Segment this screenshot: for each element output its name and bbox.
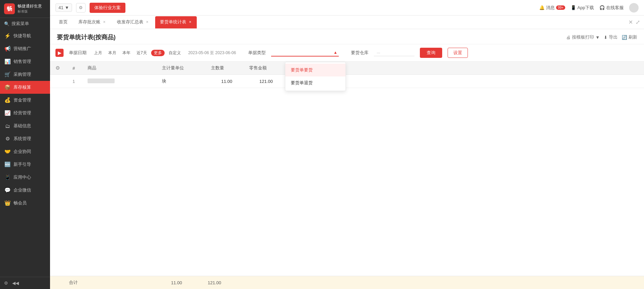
sidebar-item-wechat[interactable]: 💬 企业微信: [0, 184, 50, 197]
sidebar-item-sales[interactable]: 📊 销售管理: [0, 55, 50, 68]
date-filter-label: 单据日期: [69, 50, 87, 56]
fold-sidebar-btn[interactable]: ◀◀: [12, 281, 19, 286]
notifications-btn[interactable]: 🔔 消息 99+: [539, 5, 565, 11]
table-row: 1 块 11.00 121.00: [50, 75, 644, 88]
tab-order-summary-close[interactable]: ×: [188, 20, 192, 24]
tab-order-summary[interactable]: 要货单统计表 ×: [155, 16, 197, 28]
sidebar: 畅 畅捷通好生意 标准版 🔍 搜索菜单 ⚡ 快捷导航 📢 营销推广 📊 销售管理…: [0, 0, 50, 289]
user-avatar[interactable]: [629, 3, 639, 13]
logo-icon: 畅: [4, 3, 15, 14]
trial-btn[interactable]: 体验行业方案: [90, 3, 125, 13]
refresh-btn[interactable]: 🔄 刷新: [622, 34, 637, 40]
tab-inventory-batch-label: 库存批次账: [78, 19, 100, 25]
inventory-icon: 📦: [4, 84, 11, 90]
sidebar-item-label: 经营管理: [14, 110, 31, 116]
app-download-btn[interactable]: 📱 App下载: [571, 5, 594, 11]
date-this-month-btn[interactable]: 本月: [106, 49, 118, 57]
sidebar-item-member[interactable]: 👑 畅会员: [0, 197, 50, 209]
store-dropdown-icon: ▼: [65, 5, 69, 10]
topbar-right: 🔔 消息 99+ 📱 App下载 🎧 在线客服: [539, 3, 639, 13]
tab-inventory-batch-close[interactable]: ×: [102, 20, 106, 24]
sidebar-item-label: 应用中心: [14, 174, 31, 180]
sidebar-item-base[interactable]: 🗂 基础信息: [0, 119, 50, 132]
chevron-up-icon[interactable]: ▲: [333, 50, 337, 55]
date-more-btn[interactable]: 更多: [151, 50, 165, 56]
sidebar-item-label: 系统管理: [14, 136, 31, 142]
type-filter-input[interactable]: [272, 50, 333, 55]
dropdown-item-order-single[interactable]: 要货单要货: [285, 64, 345, 76]
app-download-label: App下载: [577, 5, 594, 11]
sidebar-item-finance[interactable]: 💰 资金管理: [0, 94, 50, 107]
warehouse-more-dots[interactable]: ···: [377, 50, 380, 55]
sidebar-item-label: 库存核算: [14, 84, 31, 90]
base-icon: 🗂: [4, 123, 11, 129]
sidebar-item-guide[interactable]: 🆕 新手引导: [0, 158, 50, 171]
print-btn[interactable]: 🖨 按模板打印 ▼: [566, 34, 600, 40]
warehouse-filter-select[interactable]: ···: [374, 49, 414, 56]
finance-icon: 💰: [4, 97, 11, 103]
maximize-window-icon[interactable]: ⤢: [636, 19, 640, 25]
footer-label: 合计: [69, 280, 78, 286]
set-btn[interactable]: 设置: [448, 48, 468, 58]
tabs-bar: 首页 库存批次账 × 收发存汇总表 × 要货单统计表 × ✕ ⤢: [50, 16, 644, 29]
store-selector[interactable]: 41 ▼: [55, 3, 72, 12]
product-name-placeholder: [88, 79, 115, 83]
type-filter-select-wrapper[interactable]: ▲: [271, 49, 339, 57]
row-settings: [50, 75, 65, 88]
tab-home[interactable]: 首页: [54, 16, 72, 28]
sidebar-item-marketing[interactable]: 📢 营销推广: [0, 42, 50, 55]
type-filter-label: 单据类型: [248, 50, 266, 56]
settings-bottom-icon[interactable]: ⚙: [4, 281, 8, 286]
sidebar-item-quick-nav[interactable]: ⚡ 快捷导航: [0, 29, 50, 42]
export-btn[interactable]: ⬇ 导出: [604, 34, 618, 40]
sidebar-item-purchase[interactable]: 🛒 采购管理: [0, 68, 50, 81]
sidebar-item-label: 企业微信: [14, 187, 31, 193]
page-actions: 🖨 按模板打印 ▼ ⬇ 导出 🔄 刷新: [566, 34, 637, 40]
coop-icon: 🤝: [4, 149, 11, 155]
sidebar-item-inventory[interactable]: 📦 库存核算: [0, 81, 50, 94]
sidebar-search[interactable]: 🔍 搜索菜单: [0, 18, 50, 29]
export-icon: ⬇: [604, 35, 607, 40]
sidebar-item-operations[interactable]: 📈 经营管理: [0, 107, 50, 119]
dropdown-item-order-return[interactable]: 要货单退货: [285, 76, 345, 89]
query-btn[interactable]: 查询: [420, 48, 442, 58]
sidebar-item-appstore[interactable]: 📱 应用中心: [0, 171, 50, 184]
date-shortcuts: 上月 本月 本年 近7天 更多 自定义: [92, 49, 183, 57]
col-product: 商品: [82, 62, 157, 75]
sidebar-item-label: 基础信息: [14, 123, 31, 129]
tab-receive-summary-close[interactable]: ×: [145, 20, 149, 24]
tab-home-label: 首页: [59, 19, 68, 25]
headset-icon: 🎧: [599, 5, 605, 10]
sidebar-search-label: 搜索菜单: [11, 21, 29, 27]
system-icon: ⚙: [4, 136, 11, 142]
sidebar-item-label: 企业协同: [14, 149, 31, 155]
sidebar-item-label: 营销推广: [14, 46, 31, 52]
sidebar-logo: 畅 畅捷通好生意 标准版: [0, 0, 50, 18]
appstore-icon: 📱: [4, 174, 11, 180]
sidebar-item-coop[interactable]: 🤝 企业协同: [0, 145, 50, 158]
print-label: 按模板打印: [572, 34, 594, 40]
date-last7-btn[interactable]: 近7天: [135, 49, 149, 57]
footer-amount: 121.00: [208, 280, 221, 285]
date-custom-btn[interactable]: 自定义: [167, 49, 183, 57]
member-icon: 👑: [4, 200, 11, 206]
sidebar-item-system[interactable]: ⚙ 系统管理: [0, 132, 50, 145]
date-this-year-btn[interactable]: 本年: [120, 49, 133, 57]
topbar: 41 ▼ ⚙ 体验行业方案 🔔 消息 99+ 📱 App下载 🎧 在线客服: [50, 0, 644, 16]
tab-receive-summary[interactable]: 收发存汇总表 ×: [112, 16, 154, 28]
notifications-label: 消息: [546, 5, 555, 11]
close-window-icon[interactable]: ✕: [628, 19, 633, 25]
export-label: 导出: [609, 34, 618, 40]
table-footer: 合计 11.00 121.00: [50, 276, 644, 289]
filter-expand-btn[interactable]: ▶: [55, 49, 64, 57]
topbar-settings-btn[interactable]: ⚙: [76, 3, 86, 13]
col-quantity: 主数量: [197, 62, 238, 75]
date-last-month-btn[interactable]: 上月: [92, 49, 104, 57]
online-service-btn[interactable]: 🎧 在线客服: [599, 5, 624, 11]
tab-inventory-batch[interactable]: 库存批次账 ×: [74, 16, 111, 28]
main-area: 41 ▼ ⚙ 体验行业方案 🔔 消息 99+ 📱 App下载 🎧 在线客服: [50, 0, 644, 289]
sidebar-item-label: 资金管理: [14, 97, 31, 103]
sidebar-item-label: 快捷导航: [14, 33, 31, 39]
column-settings-icon[interactable]: ⚙: [55, 65, 60, 71]
refresh-icon: 🔄: [622, 35, 627, 40]
